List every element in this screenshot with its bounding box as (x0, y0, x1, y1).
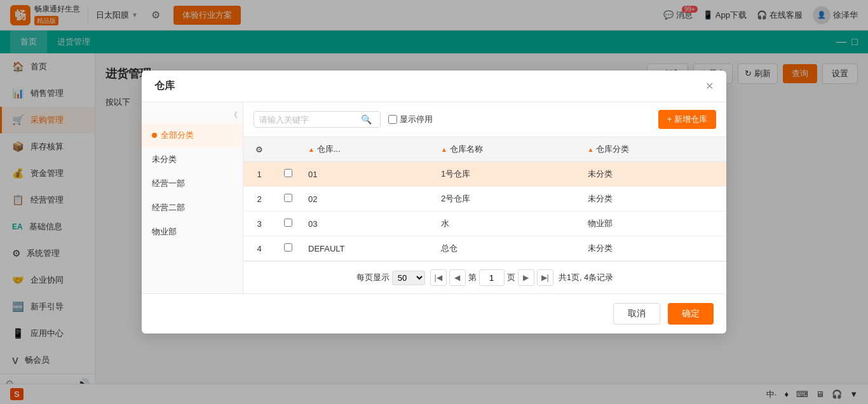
row-no: 2 (243, 187, 275, 212)
modal-toolbar: 🔍 显示停用 + 新增仓库 (243, 102, 726, 137)
table-header-row: ⚙ ▲ 仓库... ▲ (243, 137, 726, 162)
row-category: 未分类 (580, 187, 726, 212)
confirm-button[interactable]: 确定 (668, 303, 714, 325)
table-row[interactable]: 3 03 水 物业部 (243, 212, 726, 236)
show-disabled-checkbox-label[interactable]: 显示停用 (388, 114, 433, 125)
per-page-dropdown[interactable]: 50 10 20 100 (392, 271, 425, 285)
warehouse-table: ⚙ ▲ 仓库... ▲ (243, 137, 726, 261)
add-warehouse-button[interactable]: + 新增仓库 (658, 110, 716, 129)
page-number-input[interactable] (479, 269, 505, 286)
row-name: 1号仓库 (433, 162, 580, 187)
first-page-button[interactable]: |◀ (430, 269, 447, 286)
sort-up-icon: ▲ (308, 146, 315, 153)
table-row[interactable]: 2 02 2号仓库 未分类 (243, 187, 726, 212)
row-name: 2号仓库 (433, 187, 580, 212)
search-icon[interactable]: 🔍 (361, 114, 372, 125)
pagination: 每页显示 50 10 20 100 |◀ ◀ 第 页 (243, 261, 726, 293)
all-category-dot (152, 133, 157, 138)
row-code: DEFAULT (301, 236, 433, 261)
warehouse-data-table: ⚙ ▲ 仓库... ▲ (243, 137, 726, 261)
page-input-area: 第 页 (468, 269, 515, 286)
prev-page-button[interactable]: ◀ (449, 269, 466, 286)
th-code[interactable]: ▲ 仓库... (301, 137, 433, 162)
table-row[interactable]: 1 01 1号仓库 未分类 (243, 162, 726, 187)
row-code: 03 (301, 212, 433, 236)
category-item-all[interactable]: 全部分类 (142, 123, 243, 147)
category-item-property[interactable]: 物业部 (142, 220, 243, 244)
row-checkbox[interactable] (275, 212, 301, 236)
row-category: 未分类 (580, 236, 726, 261)
th-category[interactable]: ▲ 仓库分类 (580, 137, 726, 162)
row-no: 1 (243, 162, 275, 187)
modal-title: 仓库 (154, 79, 175, 93)
warehouse-modal: 仓库 ✕ 《 全部分类 未分类 经营一部 经营二部 物业部 (142, 71, 726, 333)
row-no: 4 (243, 236, 275, 261)
per-page-select: 每页显示 50 10 20 100 (356, 271, 425, 285)
th-check (275, 137, 301, 162)
row-no: 3 (243, 212, 275, 236)
category-item-operations2[interactable]: 经营二部 (142, 196, 243, 220)
show-disabled-checkbox[interactable] (388, 115, 397, 124)
modal-body: 《 全部分类 未分类 经营一部 经营二部 物业部 (142, 102, 726, 293)
row-name: 总仓 (433, 236, 580, 261)
row-category: 未分类 (580, 162, 726, 187)
search-input[interactable] (259, 115, 361, 125)
modal-footer: 取消 确定 (142, 293, 726, 333)
th-settings: ⚙ (243, 137, 275, 162)
next-page-button[interactable]: ▶ (518, 269, 534, 286)
page-nav: |◀ ◀ 第 页 ▶ ▶| (430, 269, 553, 286)
row-checkbox[interactable] (275, 187, 301, 212)
sidebar-collapse-button[interactable]: 《 (142, 107, 243, 123)
row-code: 01 (301, 162, 433, 187)
category-item-operations1[interactable]: 经营一部 (142, 172, 243, 196)
modal-header: 仓库 ✕ (142, 71, 726, 102)
modal-close-button[interactable]: ✕ (705, 80, 714, 92)
row-code: 02 (301, 187, 433, 212)
sort-up-icon-2: ▲ (441, 146, 447, 153)
modal-table-area: 🔍 显示停用 + 新增仓库 ⚙ (243, 102, 726, 293)
row-category: 物业部 (580, 212, 726, 236)
table-row[interactable]: 4 DEFAULT 总仓 未分类 (243, 236, 726, 261)
th-name[interactable]: ▲ 仓库名称 (433, 137, 580, 162)
cancel-button[interactable]: 取消 (613, 303, 660, 325)
row-checkbox[interactable] (275, 236, 301, 261)
row-checkbox[interactable] (275, 162, 301, 187)
last-page-button[interactable]: ▶| (537, 269, 553, 286)
total-records: 共1页, 4条记录 (559, 272, 614, 283)
category-item-unclassified[interactable]: 未分类 (142, 147, 243, 172)
search-box: 🔍 (254, 111, 381, 128)
modal-sidebar: 《 全部分类 未分类 经营一部 经营二部 物业部 (142, 102, 243, 293)
sort-up-icon-3: ▲ (588, 146, 594, 153)
row-name: 水 (433, 212, 580, 236)
